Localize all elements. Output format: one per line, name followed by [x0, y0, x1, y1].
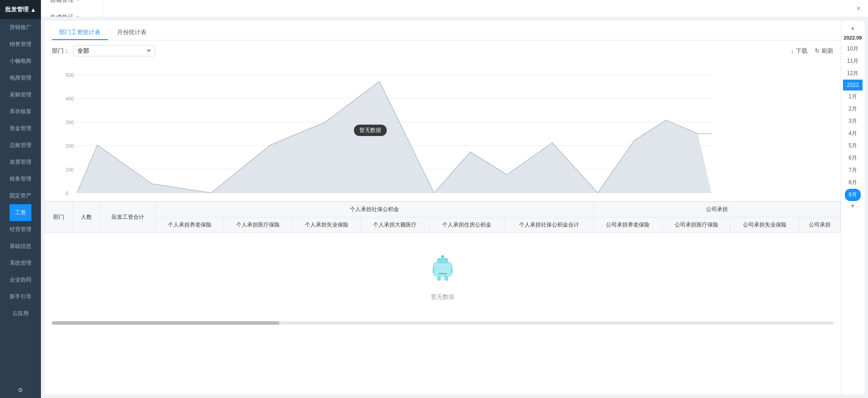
- svg-text:100: 100: [66, 167, 74, 172]
- empty-text: 暂无数据: [431, 293, 454, 301]
- svg-rect-24: [444, 276, 448, 281]
- date-items: 2022.0910月11月12月20221月2月3月4月5月6月7月8月9月: [843, 33, 863, 201]
- svg-rect-22: [451, 267, 453, 273]
- settings-button[interactable]: ⚙: [0, 382, 41, 398]
- date-item-8月[interactable]: 8月: [843, 176, 863, 189]
- svg-text:0: 0: [66, 191, 68, 196]
- download-label: 下载: [796, 47, 807, 55]
- svg-rect-14: [437, 258, 448, 263]
- svg-text:300: 300: [66, 120, 74, 125]
- tab-生成凭证[interactable]: 生成凭证×: [45, 9, 103, 18]
- date-panel: ▲ 2022.0910月11月12月20221月2月3月4月5月6月7月8月9月…: [841, 21, 864, 394]
- svg-point-15: [441, 255, 444, 258]
- dept-filter: 部门： 全部: [52, 45, 155, 56]
- svg-text:400: 400: [66, 96, 74, 101]
- sidebar-item-经营管理[interactable]: 经营管理: [10, 221, 31, 238]
- date-item-10月[interactable]: 10月: [843, 43, 863, 55]
- sidebar-item-云应用[interactable]: 云应用: [10, 305, 31, 322]
- date-item-4月[interactable]: 4月: [843, 127, 863, 140]
- refresh-icon: ↻: [815, 47, 820, 54]
- tab-bar: 首页门店商品目录×销售单×店铺管理×生成凭证×应收应付调整单×工资表×工资统计报…: [41, 0, 868, 17]
- svg-point-18: [438, 267, 439, 269]
- col-dept: 部门: [45, 202, 73, 233]
- sub-tabs: 部门工资统计表 月份统计表: [45, 21, 841, 40]
- chart-svg: 0 100 200 300 400 500: [52, 61, 833, 197]
- col-personal-total: 个人承担社保公积金合计: [505, 217, 593, 233]
- col-personal-housing-fund: 个人承担住房公积金: [429, 217, 505, 233]
- tab-店铺管理[interactable]: 店铺管理×: [45, 0, 103, 9]
- date-item-5月[interactable]: 5月: [843, 140, 863, 152]
- sidebar-item-营销推广[interactable]: 营销推广: [10, 19, 31, 36]
- horizontal-scrollbar[interactable]: [52, 321, 833, 325]
- tab-close-icon[interactable]: ×: [76, 0, 79, 2]
- sidebar-chevron-icon: ▲: [30, 6, 36, 13]
- dept-label: 部门：: [52, 47, 70, 55]
- sidebar-item-资金管理[interactable]: 资金管理: [10, 120, 31, 137]
- download-icon: ↓: [791, 47, 794, 54]
- content-area: 部门工资统计表 月份统计表 部门： 全部 ↓ 下载 ↻: [41, 17, 868, 398]
- sidebar-item-固定资产[interactable]: 固定资产: [10, 187, 31, 204]
- sidebar-item-工资[interactable]: 工资: [10, 204, 31, 221]
- download-button[interactable]: ↓ 下载: [791, 47, 808, 55]
- sidebar-item-销售管理[interactable]: 销售管理: [10, 36, 31, 53]
- col-personal-pension: 个人承担养老保险: [155, 217, 224, 233]
- data-table: 部门 人数 应发工资合计 个人承担社保公积金 公司承担 个人承担养老保险 个人承…: [45, 202, 841, 233]
- date-year-active[interactable]: 2022: [843, 80, 863, 91]
- date-item-3月[interactable]: 3月: [843, 115, 863, 127]
- date-nav-up[interactable]: ▲: [841, 23, 864, 33]
- sidebar-item-库存核算[interactable]: 库存核算: [10, 103, 31, 120]
- date-item-6月[interactable]: 6月: [843, 152, 863, 164]
- date-nav-down[interactable]: ▼: [841, 201, 864, 211]
- sidebar-item-企业协同[interactable]: 企业协同: [10, 272, 31, 288]
- date-item-12月[interactable]: 12月: [843, 67, 863, 80]
- tab-bar-close[interactable]: ×: [853, 5, 864, 13]
- tab-label: 店铺管理: [50, 0, 74, 4]
- sidebar-item-新手引导[interactable]: 新手引导: [10, 288, 31, 305]
- sidebar-item-采购管理[interactable]: 采购管理: [10, 86, 31, 103]
- refresh-button[interactable]: ↻ 刷新: [815, 47, 833, 55]
- col-personal-major-medical: 个人承担大额医疗: [361, 217, 429, 233]
- date-item-2月[interactable]: 2月: [843, 103, 863, 115]
- tab-dept-stats[interactable]: 部门工资统计表: [52, 25, 108, 40]
- svg-point-19: [446, 267, 448, 269]
- svg-text:200: 200: [66, 143, 74, 149]
- svg-rect-21: [433, 267, 434, 273]
- col-count: 人数: [72, 202, 100, 233]
- sidebar: 批发管理 ▲ 营销推广销售管理小畅电商电商管理采购管理库存核算资金管理总账管理发…: [0, 0, 41, 398]
- col-company-medical: 公司承担医疗保险: [662, 217, 731, 233]
- col-personal-unemployment: 个人承担失业保险: [292, 217, 361, 233]
- svg-text:500: 500: [66, 72, 74, 78]
- date-item-7月[interactable]: 7月: [843, 164, 863, 176]
- sidebar-items: 营销推广销售管理小畅电商电商管理采购管理库存核算资金管理总账管理发票管理税务管理…: [10, 19, 31, 322]
- sidebar-item-税务管理[interactable]: 税务管理: [10, 171, 31, 187]
- date-item-1月[interactable]: 1月: [843, 91, 863, 103]
- svg-rect-20: [438, 273, 447, 274]
- col-company-unemployment: 公司承担失业保险: [731, 217, 799, 233]
- main-area: 首页门店商品目录×销售单×店铺管理×生成凭证×应收应付调整单×工资表×工资统计报…: [41, 0, 868, 398]
- date-month-active[interactable]: 9月: [845, 189, 861, 201]
- sidebar-item-电商管理[interactable]: 电商管理: [10, 70, 31, 86]
- sidebar-item-总账管理[interactable]: 总账管理: [10, 137, 31, 154]
- col-wage-total: 应发工资合计: [100, 202, 155, 233]
- scrollbar-thumb[interactable]: [52, 321, 279, 325]
- date-item-11月[interactable]: 11月: [843, 55, 863, 67]
- col-group-company: 公司承担: [594, 202, 841, 217]
- chart-area: 0 100 200 300 400 500: [45, 61, 841, 197]
- date-header[interactable]: 2022.09: [843, 33, 863, 43]
- sidebar-header[interactable]: 批发管理 ▲: [0, 0, 41, 19]
- tab-month-stats[interactable]: 月份统计表: [110, 25, 154, 40]
- settings-icon: ⚙: [18, 387, 23, 393]
- empty-robot-icon: [424, 251, 461, 287]
- sidebar-item-系统管理[interactable]: 系统管理: [10, 255, 31, 272]
- sidebar-item-发票管理[interactable]: 发票管理: [10, 154, 31, 171]
- tab-items: 首页门店商品目录×销售单×店铺管理×生成凭证×应收应付调整单×工资表×工资统计报…: [45, 0, 103, 17]
- tab-label: 生成凭证: [50, 13, 74, 18]
- toolbar-right: ↓ 下载 ↻ 刷新: [791, 47, 834, 55]
- sidebar-item-小畅电商[interactable]: 小畅电商: [10, 53, 31, 70]
- table-container[interactable]: 部门 人数 应发工资合计 个人承担社保公积金 公司承担 个人承担养老保险 个人承…: [45, 201, 841, 394]
- col-company-other: 公司承担: [799, 217, 841, 233]
- dept-select[interactable]: 全部: [73, 45, 155, 56]
- sidebar-item-基础信息[interactable]: 基础信息: [10, 238, 31, 255]
- col-group-personal: 个人承担社保公积金: [155, 202, 594, 217]
- close-all-icon: ×: [857, 5, 861, 13]
